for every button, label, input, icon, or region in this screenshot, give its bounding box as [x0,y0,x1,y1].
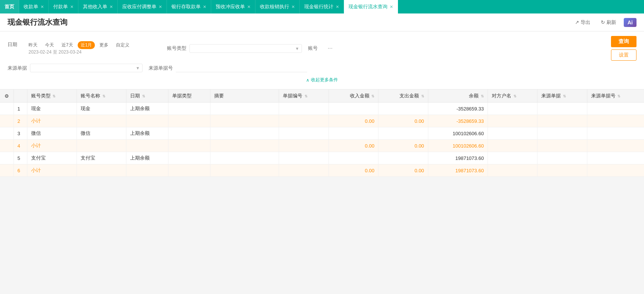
table-cell [210,127,279,140]
table-cell [126,140,168,152]
nav-tab-liushui[interactable]: 现金银行流水查询 ✕ [344,0,398,13]
th-gear[interactable]: ⚙ [0,90,14,103]
th-income-label: 收入金额 [350,93,369,98]
table-cell: 小计 [27,115,77,127]
table-body: 1现金现金上期余额-3528659.332小计0.000.00-3528659.… [0,103,644,177]
nav-tab-yingshouyingfu[interactable]: 应收应付调整单 ✕ [118,0,167,13]
table-cell [378,127,428,140]
table-cell: 0.00 [329,115,378,127]
nav-tab-qitashouru[interactable]: 其他收入单 ✕ [78,0,118,13]
date-opt-more[interactable]: 更多 [96,41,111,49]
settings-button[interactable]: 设置 [611,49,636,61]
page-title: 现金银行流水查询 [8,17,68,27]
table-row[interactable]: 3微信微信上期余额100102606.60 [0,127,644,140]
th-balance[interactable]: 余额 ⇅ [428,90,488,103]
nav-tab-yinhangcunkuan-label: 银行存取款单 [171,3,201,10]
table-cell: 4 [14,140,27,152]
table-cell: 上期余额 [126,103,168,115]
table-cell [0,115,14,127]
th-source-doc[interactable]: 来源单据 ⇅ [537,90,587,103]
account-no-dots[interactable]: ··· [326,45,334,52]
header-actions: ↗ 导出 ↻ 刷新 Ai [572,18,636,27]
table-cell [77,164,126,177]
nav-close-shoukuan[interactable]: ✕ [41,4,44,9]
nav-tab-xianjintongji-label: 现金银行统计 [304,3,333,10]
query-button[interactable]: 查询 [611,36,636,47]
ai-button[interactable]: Ai [624,18,636,27]
table-cell: 0.00 [378,140,428,152]
table-cell: 0.00 [378,115,428,127]
th-doc-no[interactable]: 单据编号 ⇅ [279,90,329,103]
th-source-doc-no-label: 来源单据号 [591,93,615,98]
date-opt-custom[interactable]: 自定义 [113,41,132,49]
th-doc-no-label: 单据编号 [283,93,302,98]
table-cell: 支付宝 [27,152,77,164]
table-cell [210,140,279,152]
th-account-name-label: 账号名称 [81,93,100,98]
sort-icon-income: ⇅ [371,94,374,98]
nav-tab-yinhangcunkuan[interactable]: 银行存取款单 ✕ [167,0,211,13]
table-cell [279,152,329,164]
table-cell [329,152,378,164]
nav-tab-fukuan[interactable]: 付款单 ✕ [49,0,78,13]
collapse-bar[interactable]: ∧ 收起更多条件 [8,75,636,85]
table-row[interactable]: 4小计0.000.00100102606.60 [0,140,644,152]
date-opt-1month[interactable]: 近1月 [78,41,95,49]
th-counterparty-label: 对方户名 [492,93,511,98]
table-cell: 现金 [77,103,126,115]
table-cell [0,127,14,140]
table-row[interactable]: 5支付宝支付宝上期余额19871073.60 [0,152,644,164]
table-cell: 19871073.60 [428,164,488,177]
filter-row-1: 日期 昨天 今天 近7天 近1月 更多 自定义 2023-02-24 至 202… [8,36,636,61]
nav-close-shoukuanhexiao[interactable]: ✕ [291,4,295,9]
source-doc-label: 来源单据 [8,65,27,72]
nav-tab-shoukuan[interactable]: 收款单 ✕ [19,0,49,13]
table-cell [210,103,279,115]
table-cell [279,103,329,115]
nav-close-yingshouyingfu[interactable]: ✕ [159,4,162,9]
table-row[interactable]: 2小计0.000.00-3528659.33 [0,115,644,127]
th-account-type[interactable]: 账号类型 ⇅ [27,90,77,103]
nav-close-qitashouru[interactable]: ✕ [110,4,113,9]
table-cell: 微信 [27,127,77,140]
table-row[interactable]: 1现金现金上期余额-3528659.33 [0,103,644,115]
source-doc-no-input[interactable] [176,64,307,72]
table-cell [329,103,378,115]
th-account-name[interactable]: 账号名称 ⇅ [77,90,126,103]
ai-label: Ai [627,19,633,25]
table-cell: 0.00 [378,164,428,177]
date-opt-today[interactable]: 今天 [42,41,57,49]
nav-close-liushui[interactable]: ✕ [390,4,393,9]
sort-icon-counterparty: ⇅ [513,94,516,98]
table-cell [587,115,644,127]
export-button[interactable]: ↗ 导出 [572,18,593,27]
sort-icon-balance: ⇅ [481,94,484,98]
th-date[interactable]: 日期 ⇅ [126,90,168,103]
nav-close-yinhangcunkuan[interactable]: ✕ [203,4,206,9]
source-doc-no-filter-group: 来源单据号 [149,64,307,72]
date-opt-7days[interactable]: 近7天 [59,41,76,49]
nav-tab-shoukuanhexiao[interactable]: 收款核销执行 ✕ [255,0,300,13]
sort-icon-expense: ⇅ [421,94,424,98]
refresh-button[interactable]: ↻ 刷新 [598,18,619,27]
th-counterparty[interactable]: 对方户名 ⇅ [488,90,537,103]
table-cell: 2 [14,115,27,127]
account-type-select[interactable]: ▾ [189,44,302,53]
nav-close-xianjintongji[interactable]: ✕ [336,4,339,9]
th-expense[interactable]: 支出金额 ⇅ [378,90,428,103]
source-doc-select[interactable]: ▾ [30,64,143,72]
table-row[interactable]: 6小计0.000.0019871073.60 [0,164,644,177]
nav-tab-xianjintongji[interactable]: 现金银行统计 ✕ [300,0,344,13]
table-cell [488,115,537,127]
date-options-group: 昨天 今天 近7天 近1月 更多 自定义 2023-02-24 至 2023-0… [26,41,132,55]
nav-tab-home[interactable]: 首页 [0,0,19,13]
date-opt-yesterday[interactable]: 昨天 [26,41,41,49]
top-nav: 首页 收款单 ✕ 付款单 ✕ 其他收入单 ✕ 应收应付调整单 ✕ 银行存取款单 … [0,0,644,13]
table-cell [587,103,644,115]
th-income[interactable]: 收入金额 ⇅ [329,90,378,103]
nav-close-fukuan[interactable]: ✕ [70,4,74,9]
nav-tab-yushou[interactable]: 预收冲应收单 ✕ [211,0,255,13]
nav-close-yushou[interactable]: ✕ [247,4,251,9]
th-source-doc-no[interactable]: 来源单据号 ⇅ [587,90,644,103]
table-cell [488,152,537,164]
